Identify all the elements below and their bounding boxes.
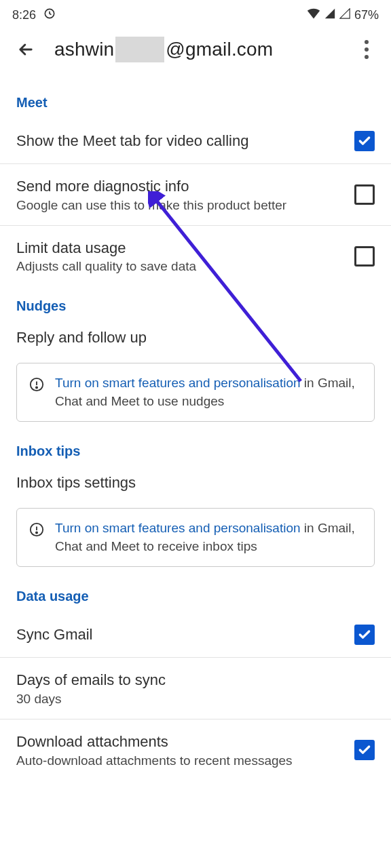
section-nudges: Nudges [0,286,391,322]
label: Download attachments [16,732,343,752]
setting-show-meet-tab[interactable]: Show the Meet tab for video calling [0,119,391,163]
label: Inbox tips settings [16,473,375,493]
signal-icon-2 [339,8,350,22]
setting-reply-followup[interactable]: Reply and follow up [0,322,391,353]
email-prefix: ashwin [54,39,114,60]
status-time: 8:26 [12,8,36,22]
info-icon [29,377,44,397]
sublabel: Google can use this to make this product… [16,198,343,213]
section-inbox-tips: Inbox tips [0,431,391,467]
nudges-info-card[interactable]: Turn on smart features and personalisati… [16,363,375,422]
sublabel: 30 days [16,692,375,707]
email-suffix: @gmail.com [166,39,273,60]
checkbox-sync[interactable] [354,625,375,645]
checkbox-download[interactable] [354,740,375,760]
status-bar: 8:26 67% [0,0,391,27]
checkbox-diagnostic[interactable] [354,184,375,205]
setting-days-sync[interactable]: Days of emails to sync 30 days [0,658,391,719]
label: Limit data usage [16,238,343,258]
redacted-block [115,37,164,62]
label: Show the Meet tab for video calling [16,131,343,151]
app-bar: ashwin @gmail.com [0,27,391,83]
label: Days of emails to sync [16,670,375,690]
link[interactable]: Turn on smart features and personalisati… [55,521,301,535]
section-meet: Meet [0,83,391,119]
setting-sync-gmail[interactable]: Sync Gmail [0,612,391,657]
setting-limit-data[interactable]: Limit data usage Adjusts call quality to… [0,226,391,287]
rotation-lock-icon [43,7,56,24]
checkbox-limit-data[interactable] [354,246,375,267]
svg-point-3 [36,387,37,389]
info-text: Turn on smart features and personalisati… [55,519,362,555]
checkbox-show-meet[interactable] [354,131,375,151]
setting-inbox-tips[interactable]: Inbox tips settings [0,467,391,498]
inbox-info-card[interactable]: Turn on smart features and personalisati… [16,508,375,567]
sublabel: Adjusts call quality to save data [16,259,343,274]
info-icon [29,522,44,542]
battery-text: 67% [354,8,379,22]
account-email: ashwin @gmail.com [54,37,338,62]
svg-point-6 [36,532,37,533]
signal-icon [324,8,335,22]
setting-download-attachments[interactable]: Download attachments Auto-download attac… [0,719,391,781]
back-button[interactable] [14,37,38,62]
sublabel: Auto-download attachments to recent mess… [16,753,343,768]
label: Sync Gmail [16,625,343,645]
link[interactable]: Turn on smart features and personalisati… [55,376,301,390]
setting-diagnostic[interactable]: Send more diagnostic info Google can use… [0,164,391,225]
wifi-icon [307,8,320,22]
more-menu-button[interactable] [354,40,379,59]
label: Send more diagnostic info [16,176,343,197]
info-text: Turn on smart features and personalisati… [55,374,362,410]
label: Reply and follow up [16,328,375,348]
section-data-usage: Data usage [0,576,391,612]
